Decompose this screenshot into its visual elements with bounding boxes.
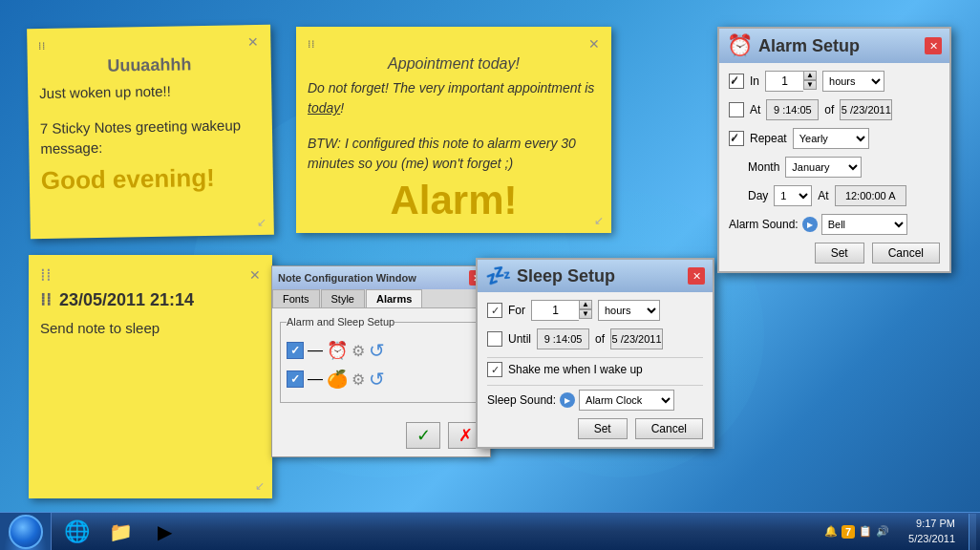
note1-title: Uuuaahhh — [39, 53, 260, 77]
sleep-shake-label: Shake me when I wake up — [508, 363, 643, 376]
clock-time: 9:17 PM — [908, 517, 955, 531]
start-button[interactable] — [0, 513, 52, 551]
sleep-until-date-input — [610, 328, 663, 349]
alarm-at-label: At — [750, 103, 760, 116]
sleep-for-input[interactable] — [531, 300, 579, 321]
sleep-zzz-icon: 💤 — [485, 264, 511, 288]
note2-header: ⁞⁞ ✕ — [308, 36, 600, 52]
alarm-day-row: Day 123 At — [729, 185, 940, 206]
sleep-sound-row: Sleep Sound: ▶ Alarm Clock Bell Chime — [487, 390, 703, 411]
sleep-for-input-group: ▲ ▼ — [531, 300, 592, 321]
alarm-month-row: Month January February March — [729, 157, 940, 178]
alarm-in-unit-select[interactable]: hours minutes — [822, 71, 884, 92]
sleep-until-label: Until — [508, 332, 531, 346]
taskbar-ie-icon[interactable]: 🌐 — [55, 514, 97, 550]
alarm-repeat-row: ✓ Repeat Yearly Monthly Weekly Daily — [729, 128, 940, 149]
sleep-shake-row: Shake me when I wake up — [487, 362, 703, 377]
note2-line2: ! — [340, 100, 344, 116]
alarm-sound-select[interactable]: Bell Alarm Clock Chime — [821, 214, 907, 235]
sleep-sound-select[interactable]: Alarm Clock Bell Chime — [579, 390, 674, 411]
note2-corner-icon: ↙ — [594, 214, 604, 227]
note2-alarm: Alarm! — [308, 178, 600, 223]
alarm-enabled-checkbox[interactable]: ✓ — [287, 342, 304, 359]
alarm-sleep-legend: Alarm and Sleep Setup — [287, 316, 394, 328]
alarm-repeat-checkbox[interactable]: ✓ — [729, 131, 744, 146]
alarm-month-label: Month — [748, 160, 779, 174]
sleep-enabled-checkbox[interactable]: ✓ — [287, 370, 304, 388]
note-config-body: Alarm and Sleep Setup ✓ — ⏰ ⚙ ↺ ✓ — 🍊 ⚙ … — [272, 308, 490, 418]
note3-content: Send note to sleep — [40, 320, 261, 336]
system-tray: 🔔 7 📋 🔊 — [819, 525, 895, 539]
sleep-shake-checkbox[interactable] — [487, 362, 502, 377]
note1-line2: 7 Sticky Notes greeting wakeup message: — [40, 115, 262, 159]
sleep-for-unit-select[interactable]: hours minutes — [598, 300, 660, 321]
sleep-sound-play-button[interactable]: ▶ — [560, 392, 575, 408]
note-config-titlebar: Note Configuration Window ✕ — [272, 266, 490, 289]
gear-icon: ⚙ — [352, 342, 365, 360]
sleep-for-label: For — [508, 304, 525, 317]
sleep-for-up-button[interactable]: ▲ — [579, 300, 592, 309]
note2-title: Appointment today! — [308, 55, 600, 73]
alarm-repeat-select[interactable]: Yearly Monthly Weekly Daily — [793, 128, 869, 149]
alarm-bell-icon: ⏰ — [727, 33, 753, 58]
alarm-setup-window: ⏰ Alarm Setup ✕ ✓ In ▲ ▼ hours minutes — [717, 27, 951, 273]
alarm-body: ✓ In ▲ ▼ hours minutes At of ✓ — [719, 63, 949, 271]
alarm-at-checkbox[interactable] — [729, 102, 744, 117]
tab-alarms[interactable]: Alarms — [366, 289, 422, 307]
alarm-day-select[interactable]: 123 — [774, 185, 812, 206]
sleep-for-row: For ▲ ▼ hours minutes — [487, 300, 703, 321]
alarm-in-up-button[interactable]: ▲ — [803, 71, 817, 80]
alarm-sound-play-button[interactable]: ▶ — [802, 217, 818, 232]
sleep-until-time-input — [537, 328, 589, 349]
sleep-for-spinner: ▲ ▼ — [579, 300, 592, 321]
alarm-in-label: In — [750, 74, 759, 88]
taskbar-media-icon[interactable]: ▶ — [143, 514, 185, 550]
sleep-for-checkbox[interactable] — [487, 303, 502, 318]
tab-fonts[interactable]: Fonts — [272, 289, 320, 307]
note3-dots2-icon: ⁞⁞ — [40, 289, 52, 310]
note-config-tabs: Fonts Style Alarms — [272, 289, 490, 308]
taskbar: 🌐 📁 ▶ 🔔 7 📋 🔊 9:17 PM 5/23/2011 — [0, 512, 980, 550]
sleep-for-down-button[interactable]: ▼ — [579, 309, 592, 319]
note-config-ok-button[interactable]: ✓ — [406, 422, 440, 449]
sleep-cancel-button[interactable]: Cancel — [635, 418, 703, 439]
taskbar-clock[interactable]: 9:17 PM 5/23/2011 — [901, 515, 963, 548]
alarm-clock-emoji-icon: ⏰ — [327, 340, 348, 361]
alarm-in-value-input[interactable] — [765, 71, 803, 92]
alarm-close-button[interactable]: ✕ — [925, 37, 942, 54]
alarm-in-checkbox[interactable]: ✓ — [729, 74, 744, 89]
taskbar-right: 🔔 7 📋 🔊 9:17 PM 5/23/2011 — [819, 514, 980, 550]
alarm-in-row: ✓ In ▲ ▼ hours minutes — [729, 71, 940, 92]
note2-close-icon[interactable]: ✕ — [588, 36, 600, 52]
alarm-at-time-input — [766, 99, 819, 120]
alarm-at-of-label: of — [824, 103, 834, 116]
sleep-divider — [487, 357, 703, 358]
sleep-until-of-label: of — [595, 332, 605, 346]
sleep-sound-label: Sleep Sound: — [487, 393, 556, 407]
tab-style[interactable]: Style — [321, 289, 365, 307]
sleep-body: For ▲ ▼ hours minutes Until of — [478, 292, 713, 447]
alarm-in-down-button[interactable]: ▼ — [803, 80, 817, 90]
tray-icon-3: 🔊 — [876, 525, 889, 538]
taskbar-explorer-icon[interactable]: 📁 — [99, 514, 141, 550]
note1-greeting: Good evening! — [41, 162, 263, 196]
note1-close-icon[interactable]: ✕ — [247, 34, 259, 50]
sleep-action-buttons: Set Cancel — [487, 418, 703, 439]
alarm-at2-time-input[interactable] — [835, 185, 906, 206]
note-config-title: Note Configuration Window — [278, 272, 416, 284]
alarm-cancel-button[interactable]: Cancel — [872, 243, 940, 264]
alarm-month-select[interactable]: January February March — [785, 157, 862, 178]
alarm-set-button[interactable]: Set — [815, 243, 864, 264]
note3-close-icon[interactable]: ✕ — [249, 267, 261, 283]
alarm-in-input-group: ▲ ▼ — [765, 71, 817, 92]
note2-line1: Do not forget! The very important appoin… — [308, 80, 594, 95]
sleep-set-button[interactable]: Set — [578, 418, 628, 439]
show-desktop-button[interactable] — [969, 514, 976, 550]
sleep-until-row: Until of — [487, 328, 703, 349]
sleep-until-checkbox[interactable] — [487, 331, 502, 347]
sleep-title: Sleep Setup — [517, 266, 615, 286]
sticky-note-3: ⁞⁞ ✕ ⁞⁞ 23/05/2011 21:14 Send note to sl… — [29, 255, 272, 498]
note3-dots-icon: ⁞⁞ — [40, 264, 52, 286]
sticky-note-2: ⁞⁞ ✕ Appointment today! Do not forget! T… — [296, 27, 611, 233]
sleep-close-button[interactable]: ✕ — [688, 267, 705, 285]
